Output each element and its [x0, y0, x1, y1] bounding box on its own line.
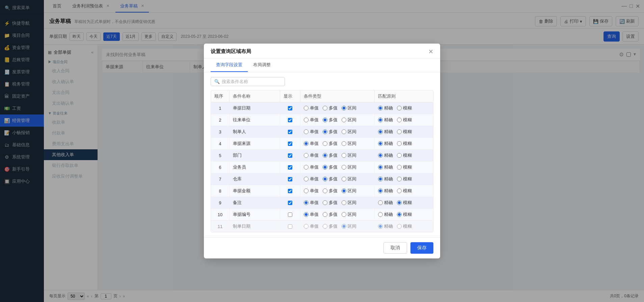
cell-name: 部门: [230, 150, 280, 161]
type-radio-multi[interactable]: [323, 106, 327, 110]
cell-name: 单据来源: [230, 138, 280, 149]
type-radio-range[interactable]: [342, 165, 346, 170]
match-radio-exact[interactable]: [378, 177, 383, 181]
match-radio-fuzzy[interactable]: [397, 153, 402, 158]
cell-order: 10: [211, 209, 230, 220]
match-radio-fuzzy[interactable]: [397, 165, 402, 170]
type-radio-single[interactable]: [304, 177, 308, 181]
cell-display[interactable]: [280, 126, 300, 137]
cell-display[interactable]: [280, 185, 300, 197]
type-radio-range[interactable]: [342, 177, 346, 181]
display-checkbox[interactable]: [288, 212, 292, 217]
match-radio-fuzzy[interactable]: [397, 212, 402, 217]
match-radio-exact[interactable]: [378, 141, 383, 146]
modal-tab-field-settings[interactable]: 查询字段设置: [211, 58, 248, 72]
type-radio-single[interactable]: [304, 188, 308, 193]
type-radio-range[interactable]: [342, 224, 346, 229]
cell-type: 单值 多值 区间: [300, 150, 375, 161]
match-radio-exact[interactable]: [378, 200, 383, 205]
display-checkbox[interactable]: [288, 118, 292, 122]
match-radio-fuzzy[interactable]: [397, 106, 402, 110]
match-radio-fuzzy[interactable]: [397, 141, 402, 146]
cell-display[interactable]: [280, 173, 300, 185]
modal-tab-layout[interactable]: 布局调整: [248, 58, 276, 72]
display-checkbox[interactable]: [288, 177, 292, 181]
display-checkbox[interactable]: [288, 142, 292, 146]
type-radio-range[interactable]: [342, 106, 346, 110]
cell-match: 精确 模糊: [375, 126, 433, 137]
match-radio-exact[interactable]: [378, 129, 383, 134]
cell-display[interactable]: [280, 138, 300, 149]
display-checkbox[interactable]: [288, 153, 292, 158]
cell-name: 往来单位: [230, 114, 280, 126]
save-modal-button[interactable]: 保存: [410, 242, 433, 254]
type-radio-single[interactable]: [304, 153, 308, 158]
cell-order: 9: [211, 197, 230, 208]
type-radio-single[interactable]: [304, 212, 308, 217]
cell-type: 单值 多值 区间: [300, 221, 375, 232]
type-radio-multi[interactable]: [323, 200, 327, 205]
display-checkbox[interactable]: [288, 130, 292, 134]
th-type: 条件类型: [300, 91, 375, 102]
type-radio-multi[interactable]: [323, 224, 327, 229]
cell-display[interactable]: [280, 150, 300, 161]
modal-close-button[interactable]: ✕: [428, 49, 433, 55]
cell-name: 业务员: [230, 161, 280, 173]
type-radio-range[interactable]: [342, 200, 346, 205]
cancel-button[interactable]: 取消: [383, 242, 407, 254]
match-radio-fuzzy[interactable]: [397, 118, 402, 122]
cell-display[interactable]: [280, 102, 300, 114]
cell-name: 备注: [230, 197, 280, 208]
type-radio-single[interactable]: [304, 106, 308, 110]
type-radio-range[interactable]: [342, 188, 346, 193]
match-radio-fuzzy[interactable]: [397, 224, 402, 229]
cell-display[interactable]: [280, 114, 300, 126]
cell-match: 精确 模糊: [375, 221, 433, 232]
modal-search-input[interactable]: [222, 79, 281, 84]
table-row: 8 单据金额 单值 多值 区间: [211, 185, 433, 197]
display-checkbox[interactable]: [288, 201, 292, 205]
cell-display[interactable]: [280, 161, 300, 173]
type-radio-multi[interactable]: [323, 212, 327, 217]
type-radio-multi[interactable]: [323, 129, 327, 134]
type-radio-multi[interactable]: [323, 118, 327, 122]
table-row: 7 仓库 单值 多值 区间: [211, 173, 433, 185]
type-radio-single[interactable]: [304, 200, 308, 205]
match-radio-fuzzy[interactable]: [397, 129, 402, 134]
type-radio-single[interactable]: [304, 141, 308, 146]
modal-search-box[interactable]: 🔍: [211, 77, 285, 86]
match-radio-fuzzy[interactable]: [397, 200, 402, 205]
type-radio-multi[interactable]: [323, 177, 327, 181]
type-radio-multi[interactable]: [323, 141, 327, 146]
match-radio-exact[interactable]: [378, 188, 383, 193]
display-checkbox[interactable]: [288, 106, 292, 110]
match-radio-exact[interactable]: [378, 106, 383, 110]
type-radio-range[interactable]: [342, 212, 346, 217]
type-radio-range[interactable]: [342, 129, 346, 134]
type-radio-single[interactable]: [304, 224, 308, 229]
match-radio-exact[interactable]: [378, 153, 383, 158]
cell-display[interactable]: [280, 209, 300, 220]
match-radio-exact[interactable]: [378, 212, 383, 217]
match-radio-fuzzy[interactable]: [397, 177, 402, 181]
display-checkbox[interactable]: [288, 165, 292, 170]
display-checkbox[interactable]: [288, 224, 292, 229]
type-radio-single[interactable]: [304, 165, 308, 170]
table-row: 2 往来单位 单值 多值 区间: [211, 114, 433, 126]
type-radio-single[interactable]: [304, 118, 308, 122]
cell-display[interactable]: [280, 221, 300, 232]
match-radio-exact[interactable]: [378, 118, 383, 122]
type-radio-range[interactable]: [342, 153, 346, 158]
type-radio-range[interactable]: [342, 118, 346, 122]
type-radio-single[interactable]: [304, 129, 308, 134]
cell-order: 3: [211, 126, 230, 137]
display-checkbox[interactable]: [288, 189, 292, 193]
match-radio-fuzzy[interactable]: [397, 188, 402, 193]
match-radio-exact[interactable]: [378, 224, 383, 229]
match-radio-exact[interactable]: [378, 165, 383, 170]
type-radio-multi[interactable]: [323, 188, 327, 193]
cell-display[interactable]: [280, 197, 300, 208]
type-radio-range[interactable]: [342, 141, 346, 146]
type-radio-multi[interactable]: [323, 153, 327, 158]
type-radio-multi[interactable]: [323, 165, 327, 170]
